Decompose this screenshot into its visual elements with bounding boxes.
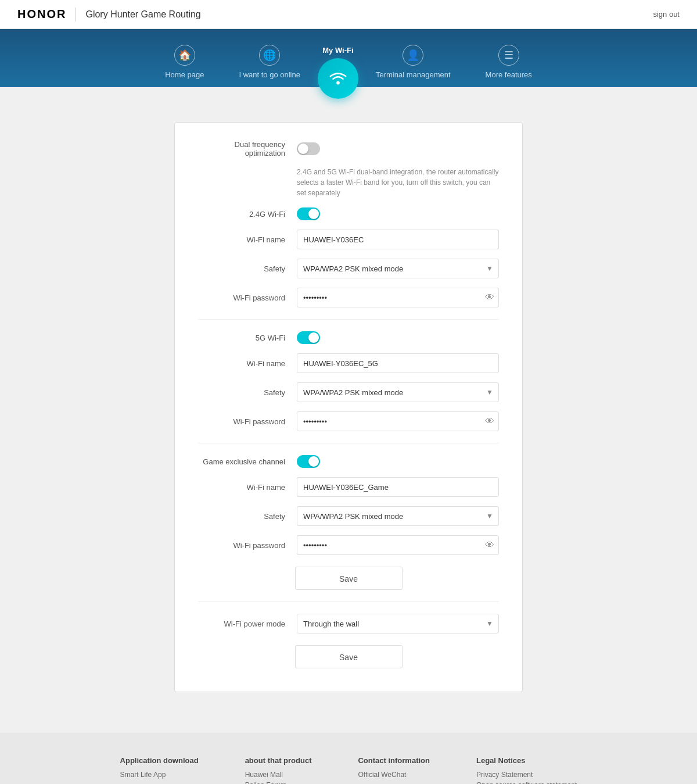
nav-mywifi[interactable]: My Wi-Fi: [318, 46, 358, 99]
game-password-control: 👁: [297, 535, 499, 555]
footer-col-legal-title: Legal Notices: [476, 756, 577, 765]
game-toggle-row: Game exclusive channel: [198, 455, 499, 468]
band5g-eye-icon[interactable]: 👁: [485, 416, 494, 427]
navigation: 🏠 Home page 🌐 I want to go online My Wi-…: [0, 29, 697, 87]
game-safety-select-wrap: WPA/WPA2 PSK mixed mode WPA2 PSK WPA PSK…: [297, 506, 499, 526]
divider-3: [198, 602, 499, 602]
band5g-safety-row: Safety WPA/WPA2 PSK mixed mode WPA2 PSK …: [198, 382, 499, 402]
header-divider: [76, 8, 76, 22]
footer-col-download-title: Application download: [120, 756, 199, 765]
nav-home[interactable]: 🏠 Home page: [148, 38, 221, 87]
power-mode-label: Wi-Fi power mode: [198, 620, 297, 628]
game-safety-row: Safety WPA/WPA2 PSK mixed mode WPA2 PSK …: [198, 506, 499, 526]
band5g-toggle-thumb: [308, 332, 319, 343]
footer: Application download Smart Life App abou…: [0, 733, 697, 784]
band24-safety-select-wrap: WPA/WPA2 PSK mixed mode WPA2 PSK WPA PSK…: [297, 259, 499, 278]
footer-link-pollen[interactable]: Pollen Forum: [245, 781, 312, 784]
band5g-password-input[interactable]: [297, 411, 499, 431]
band24-safety-select[interactable]: WPA/WPA2 PSK mixed mode WPA2 PSK WPA PSK…: [297, 259, 499, 278]
dual-freq-toggle[interactable]: [297, 142, 320, 155]
footer-link-opensource[interactable]: Open source software statement: [476, 781, 577, 784]
signout-link[interactable]: sign out: [653, 10, 680, 19]
nav-terminal-label: Terminal management: [376, 70, 451, 79]
game-safety-select[interactable]: WPA/WPA2 PSK mixed mode WPA2 PSK WPA PSK…: [297, 506, 499, 526]
band24-password-wrap: 👁: [297, 288, 499, 307]
game-name-row: Wi-Fi name: [198, 477, 499, 497]
footer-col-legal: Legal Notices Privacy Statement Open sou…: [476, 756, 577, 784]
game-toggle-thumb: [308, 456, 319, 467]
footer-col-download: Application download Smart Life App: [120, 756, 199, 784]
band24-eye-icon[interactable]: 👁: [485, 292, 494, 303]
band24-password-row: Wi-Fi password 👁: [198, 288, 499, 307]
game-password-label: Wi-Fi password: [198, 541, 297, 550]
nav-home-label: Home page: [165, 70, 204, 79]
nav-terminal[interactable]: 👤 Terminal management: [358, 38, 468, 87]
svg-point-0: [336, 81, 340, 85]
header-title: Glory Hunter Game Routing: [85, 9, 200, 20]
power-mode-select[interactable]: Through the wall Standard Low: [297, 614, 499, 633]
band5g-name-input[interactable]: [297, 353, 499, 373]
nav-online[interactable]: 🌐 I want to go online: [221, 38, 318, 87]
band24-password-label: Wi-Fi password: [198, 293, 297, 302]
band24-toggle-thumb: [308, 209, 319, 219]
wifi-svg: [327, 67, 349, 90]
band5g-toggle-wrap: [297, 331, 499, 344]
divider-2: [198, 443, 499, 443]
game-toggle[interactable]: [297, 455, 320, 468]
band24-password-input[interactable]: [297, 288, 499, 307]
band24-safety-row: Safety WPA/WPA2 PSK mixed mode WPA2 PSK …: [198, 259, 499, 278]
band5g-name-control: [297, 353, 499, 373]
footer-col-contact: Contact information Official WeChat: [358, 756, 430, 784]
wifi-icon-circle: [318, 58, 358, 99]
band24-toggle[interactable]: [297, 207, 320, 220]
game-eye-icon[interactable]: 👁: [485, 540, 494, 550]
save-button-1[interactable]: Save: [295, 567, 403, 590]
menu-icon: ☰: [498, 45, 519, 66]
header: HONOR Glory Hunter Game Routing sign out: [0, 0, 697, 29]
game-label: Game exclusive channel: [198, 457, 297, 466]
game-password-input[interactable]: [297, 535, 499, 555]
game-safety-control: WPA/WPA2 PSK mixed mode WPA2 PSK WPA PSK…: [297, 506, 499, 526]
settings-card: Dual frequency optimization 2.4G and 5G …: [174, 122, 523, 692]
band5g-password-label: Wi-Fi password: [198, 417, 297, 426]
band24-label: 2.4G Wi-Fi: [198, 210, 297, 219]
game-name-input[interactable]: [297, 477, 499, 497]
power-mode-select-wrap: Through the wall Standard Low ▼: [297, 614, 499, 633]
home-icon: 🏠: [174, 45, 195, 66]
footer-link-privacy[interactable]: Privacy Statement: [476, 771, 577, 779]
band5g-safety-label: Safety: [198, 388, 297, 397]
band5g-toggle[interactable]: [297, 331, 320, 344]
footer-col-contact-title: Contact information: [358, 756, 430, 765]
band24-password-control: 👁: [297, 288, 499, 307]
band5g-safety-select-wrap: WPA/WPA2 PSK mixed mode WPA2 PSK WPA PSK…: [297, 382, 499, 402]
band5g-password-control: 👁: [297, 411, 499, 431]
band24-name-label: Wi-Fi name: [198, 235, 297, 244]
band5g-safety-select[interactable]: WPA/WPA2 PSK mixed mode WPA2 PSK WPA PSK…: [297, 382, 499, 402]
footer-link-wechat[interactable]: Official WeChat: [358, 771, 430, 779]
power-mode-row: Wi-Fi power mode Through the wall Standa…: [198, 614, 499, 633]
user-icon: 👤: [403, 45, 423, 66]
dual-freq-desc: 2.4G and 5G Wi-Fi dual-band integration,…: [297, 167, 499, 198]
dual-freq-toggle-wrap: [297, 142, 499, 155]
globe-icon: 🌐: [259, 45, 280, 66]
band24-toggle-wrap: [297, 207, 499, 220]
band24-name-input[interactable]: [297, 230, 499, 249]
save-button-2[interactable]: Save: [295, 645, 403, 668]
nav-online-label: I want to go online: [239, 70, 300, 79]
dual-freq-row: Dual frequency optimization: [198, 140, 499, 157]
band24-safety-control: WPA/WPA2 PSK mixed mode WPA2 PSK WPA PSK…: [297, 259, 499, 278]
nav-more[interactable]: ☰ More features: [468, 38, 549, 87]
dual-freq-toggle-thumb: [298, 144, 308, 154]
band24-toggle-row: 2.4G Wi-Fi: [198, 207, 499, 220]
nav-mywifi-label: My Wi-Fi: [322, 46, 353, 55]
game-password-row: Wi-Fi password 👁: [198, 535, 499, 555]
logo: HONOR: [17, 8, 66, 21]
game-password-wrap: 👁: [297, 535, 499, 555]
band5g-name-label: Wi-Fi name: [198, 359, 297, 368]
footer-col-product: about that product Huawei Mall Pollen Fo…: [245, 756, 312, 784]
band5g-name-row: Wi-Fi name: [198, 353, 499, 373]
footer-link-smartlife[interactable]: Smart Life App: [120, 771, 199, 779]
game-safety-label: Safety: [198, 512, 297, 521]
band5g-password-wrap: 👁: [297, 411, 499, 431]
footer-link-mall[interactable]: Huawei Mall: [245, 771, 312, 779]
